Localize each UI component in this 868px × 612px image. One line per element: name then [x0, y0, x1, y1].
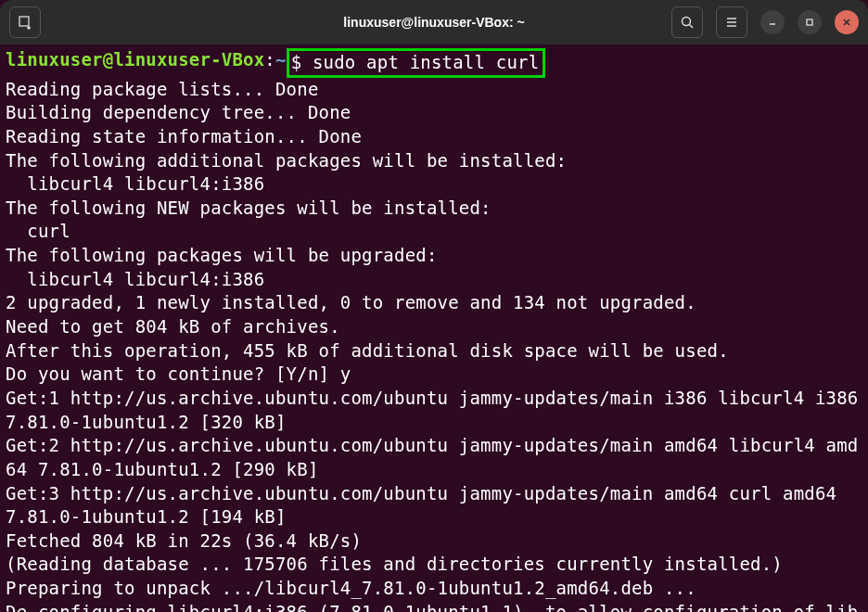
command-highlight: $ sudo apt install curl	[287, 48, 546, 78]
output-line: libcurl4 libcurl4:i386	[6, 172, 862, 197]
minimize-icon	[768, 18, 777, 27]
prompt-user-host: linuxuser@linuxuser-VBox	[6, 48, 264, 78]
command-text: sudo apt install curl	[313, 52, 539, 72]
output-line: Need to get 804 kB of archives.	[6, 315, 862, 339]
output-line: Fetched 804 kB in 22s (36.4 kB/s)	[6, 529, 862, 554]
search-button[interactable]	[671, 6, 703, 38]
maximize-icon	[805, 18, 814, 27]
output-line: De-configuring libcurl4:i386 (7.81.0-1ub…	[6, 601, 862, 612]
output-line: Get:1 http://us.archive.ubuntu.com/ubunt…	[6, 387, 862, 434]
output-line: Preparing to unpack .../libcurl4_7.81.0-…	[6, 577, 862, 601]
minimize-button[interactable]	[760, 10, 785, 34]
search-icon	[680, 15, 695, 30]
maximize-button[interactable]	[798, 10, 822, 34]
output-line: Reading package lists... Done	[6, 78, 862, 102]
prompt-line: linuxuser@linuxuser-VBox:~$ sudo apt ins…	[6, 48, 862, 78]
output-line: (Reading database ... 175706 files and d…	[6, 553, 862, 577]
close-icon	[842, 18, 851, 27]
output-line: After this operation, 455 kB of addition…	[6, 339, 862, 363]
svg-point-3	[683, 18, 691, 26]
window-titlebar: linuxuser@linuxuser-VBox: ~	[0, 0, 868, 45]
hamburger-icon	[724, 15, 739, 30]
output-line: curl	[6, 220, 862, 244]
titlebar-left	[9, 6, 41, 38]
output-line: Building dependency tree... Done	[6, 101, 862, 125]
output-line: Do you want to continue? [Y/n] y	[6, 363, 862, 387]
output-line: The following additional packages will b…	[6, 149, 862, 173]
prompt-colon: :	[264, 48, 275, 78]
svg-rect-0	[19, 17, 29, 26]
new-tab-button[interactable]	[9, 6, 41, 38]
output-line: Get:2 http://us.archive.ubuntu.com/ubunt…	[6, 434, 862, 481]
prompt-dollar: $	[291, 52, 313, 72]
menu-button[interactable]	[716, 6, 747, 38]
output-line: Get:3 http://us.archive.ubuntu.com/ubunt…	[6, 482, 862, 529]
new-tab-icon	[18, 15, 32, 30]
close-button[interactable]	[835, 10, 859, 34]
output-line: The following packages will be upgraded:	[6, 244, 862, 268]
output-line: libcurl4 libcurl4:i386	[6, 268, 862, 292]
output-line: The following NEW packages will be insta…	[6, 197, 862, 221]
terminal-body[interactable]: linuxuser@linuxuser-VBox:~$ sudo apt ins…	[0, 45, 868, 612]
prompt-path: ~	[275, 48, 287, 78]
output-line: 2 upgraded, 1 newly installed, 0 to remo…	[6, 291, 862, 315]
svg-rect-9	[807, 19, 812, 25]
titlebar-right	[671, 6, 859, 38]
svg-line-4	[690, 25, 694, 29]
window-title: linuxuser@linuxuser-VBox: ~	[343, 15, 524, 30]
output-line: Reading state information... Done	[6, 125, 862, 149]
